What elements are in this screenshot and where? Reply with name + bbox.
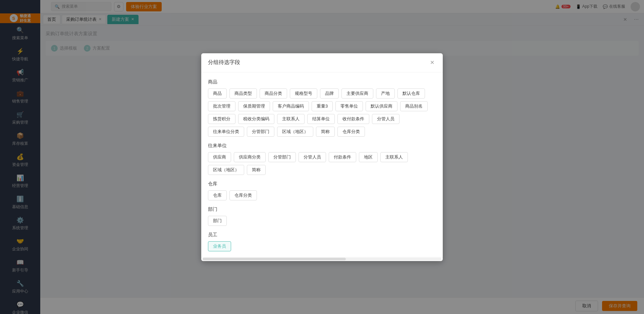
- field-tag-employee-0[interactable]: 业务员: [208, 241, 231, 251]
- field-tag-goods-9[interactable]: 保质期管理: [238, 101, 270, 111]
- field-tag-partner-6[interactable]: 主联系人: [380, 152, 408, 162]
- field-tag-goods-15[interactable]: 拣货积分: [208, 114, 235, 124]
- field-tag-goods-20[interactable]: 分管人员: [372, 114, 399, 124]
- fields-grid-employee: 业务员: [208, 241, 436, 251]
- fields-grid-partner: 供应商 供应商分类 分管部门 分管人员 付款条件 地区 主联系人 区域（地区） …: [208, 152, 436, 175]
- field-tag-goods-3[interactable]: 规格型号: [290, 88, 317, 99]
- fields-grid-warehouse: 仓库 仓库分类: [208, 190, 436, 200]
- field-tag-goods-17[interactable]: 主联系人: [277, 114, 305, 124]
- field-tag-goods-10[interactable]: 客户商品编码: [273, 101, 309, 111]
- field-tag-partner-5[interactable]: 地区: [359, 152, 378, 162]
- fields-grid-goods: 商品 商品类型 商品分类 规格型号 品牌 主要供应商 产地 默认仓库 批次管理 …: [208, 88, 436, 137]
- modal-overlay: 分组待选字段 ✕ 商品 商品 商品类型 商品分类 规格型号 品牌 主要供应商 产…: [0, 0, 644, 314]
- field-tag-goods-24[interactable]: 简称: [316, 127, 335, 137]
- field-tag-goods-21[interactable]: 往来单位分类: [208, 127, 244, 137]
- field-tag-goods-1[interactable]: 商品类型: [229, 88, 257, 99]
- field-tag-goods-16[interactable]: 税收分类编码: [238, 114, 274, 124]
- field-tag-goods-7[interactable]: 默认仓库: [397, 88, 425, 99]
- field-tag-warehouse-1[interactable]: 仓库分类: [229, 190, 257, 200]
- field-tag-partner-2[interactable]: 分管部门: [268, 152, 296, 162]
- section-title-partner: 往来单位: [208, 143, 436, 149]
- field-tag-partner-8[interactable]: 简称: [247, 165, 266, 175]
- field-tag-goods-0[interactable]: 商品: [208, 88, 227, 99]
- field-tag-goods-2[interactable]: 商品分类: [260, 88, 287, 99]
- field-tag-goods-12[interactable]: 零售单位: [335, 101, 363, 111]
- field-tag-goods-23[interactable]: 区域（地区）: [277, 127, 313, 137]
- field-tag-dept-0[interactable]: 部门: [208, 216, 227, 226]
- field-tag-partner-4[interactable]: 付款条件: [329, 152, 356, 162]
- modal-close-button[interactable]: ✕: [428, 59, 436, 67]
- field-tag-warehouse-0[interactable]: 仓库: [208, 190, 227, 200]
- field-tag-goods-4[interactable]: 品牌: [320, 88, 339, 99]
- field-tag-partner-0[interactable]: 供应商: [208, 152, 231, 162]
- field-tag-goods-22[interactable]: 分管部门: [247, 127, 274, 137]
- modal-title: 分组待选字段: [208, 59, 240, 66]
- field-tag-partner-7[interactable]: 区域（地区）: [208, 165, 244, 175]
- field-tag-goods-11[interactable]: 重量3: [312, 101, 333, 111]
- fields-grid-dept: 部门: [208, 216, 436, 226]
- field-tag-goods-25[interactable]: 仓库分类: [337, 127, 365, 137]
- field-tag-goods-18[interactable]: 结算单位: [307, 114, 335, 124]
- field-tag-partner-1[interactable]: 供应商分类: [234, 152, 266, 162]
- field-tag-partner-3[interactable]: 分管人员: [299, 152, 326, 162]
- section-title-dept: 部门: [208, 206, 436, 212]
- field-tag-goods-8[interactable]: 批次管理: [208, 101, 235, 111]
- section-title-goods: 商品: [208, 79, 436, 85]
- modal-header: 分组待选字段 ✕: [201, 53, 443, 72]
- section-title-employee: 员工: [208, 232, 436, 238]
- field-tag-goods-5[interactable]: 主要供应商: [341, 88, 373, 99]
- modal-dialog: 分组待选字段 ✕ 商品 商品 商品类型 商品分类 规格型号 品牌 主要供应商 产…: [201, 53, 443, 261]
- field-tag-goods-13[interactable]: 默认供应商: [366, 101, 397, 111]
- modal-body: 商品 商品 商品类型 商品分类 规格型号 品牌 主要供应商 产地 默认仓库 批次…: [201, 72, 443, 257]
- section-title-warehouse: 仓库: [208, 181, 436, 187]
- field-tag-goods-14[interactable]: 商品别名: [400, 101, 428, 111]
- field-tag-goods-6[interactable]: 产地: [376, 88, 395, 99]
- modal-hscroll[interactable]: [201, 257, 443, 261]
- field-tag-goods-19[interactable]: 收付款条件: [337, 114, 369, 124]
